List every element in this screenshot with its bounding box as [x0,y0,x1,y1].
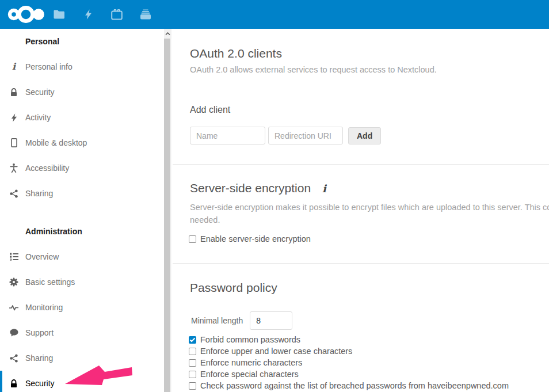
checkbox-unchecked[interactable] [189,235,196,243]
sidebar-item-activity[interactable]: Activity [0,105,173,130]
nextcloud-logo[interactable] [7,5,45,24]
sidebar-item-mobile-desktop[interactable]: Mobile & desktop [0,130,173,155]
gear-icon [9,277,18,287]
sidebar-item-security-personal[interactable]: Security [0,79,173,105]
add-client-label: Add client [190,105,230,115]
minimal-length-label: Minimal length [191,316,243,325]
add-client-button[interactable]: Add [348,127,381,144]
monitoring-icon [9,304,18,311]
activity-bolt-icon[interactable] [74,0,102,29]
checkbox-unchecked[interactable] [189,382,196,390]
sidebar-item-overview[interactable]: Overview [0,244,173,269]
list-icon [9,253,18,261]
enforce-upper-lower-checkbox[interactable]: Enforce upper and lower case characters [189,345,509,357]
password-policy-section: Password policy Minimal length Forbid co… [173,263,549,392]
client-name-input[interactable] [190,127,265,144]
sidebar-caption-personal: Personal [0,29,173,54]
checkbox-unchecked[interactable] [189,348,196,355]
sidebar-item-support[interactable]: Support [0,320,173,345]
checkmark-icon [189,337,196,342]
sidebar-item-monitoring[interactable]: Monitoring [0,295,173,320]
check-haveibeenpwned-checkbox[interactable]: Check password against the list of breac… [189,380,509,391]
oauth-section: OAuth 2.0 clients OAuth 2.0 allows exter… [173,29,549,164]
share-icon [9,354,18,363]
scrollbar-thumb[interactable] [164,39,170,392]
chat-icon [9,329,18,337]
password-policy-title: Password policy [190,281,277,295]
enforce-numeric-checkbox[interactable]: Enforce numeric characters [189,357,509,368]
sidebar-item-personal-info[interactable]: i Personal info [0,54,173,79]
sidebar-item-sharing-personal[interactable]: Sharing [0,181,173,206]
lock-icon [9,379,18,388]
files-folder-icon[interactable] [45,0,74,29]
chevron-up-icon [165,32,170,36]
encryption-section: Server-side encryptioni Server-side encr… [173,164,549,263]
accessibility-icon [9,163,18,173]
forbid-common-passwords-checkbox[interactable]: Forbid common passwords [189,334,509,345]
sidebar-item-sharing-admin[interactable]: Sharing [0,345,173,371]
nextcloud-settings-page: Personal i Personal info Security Activi… [0,0,549,392]
calendar-icon[interactable] [102,0,131,29]
sidebar-item-accessibility[interactable]: Accessibility [0,155,173,181]
checkbox-checked[interactable] [189,336,196,344]
encryption-title: Server-side encryptioni [190,181,326,195]
deck-icon[interactable] [131,0,160,29]
phone-icon [9,138,18,147]
encryption-description-line1: Server-side encryption makes it possible… [190,203,549,212]
redirection-uri-input[interactable] [268,127,343,144]
minimal-length-row: Minimal length [191,311,292,330]
enforce-special-checkbox[interactable]: Enforce special characters [189,368,509,380]
checkbox-unchecked[interactable] [189,359,196,367]
encryption-description-line2: needed. [190,215,549,224]
sidebar-caption-administration: Administration [0,219,173,244]
checkbox-unchecked[interactable] [189,371,196,378]
sidebar-item-security-admin[interactable]: Security [0,371,173,392]
info-icon: i [9,62,18,71]
sidebar-section-gap [0,206,173,219]
oauth-description: OAuth 2.0 allows external services to re… [190,65,437,74]
lock-icon [9,88,18,97]
password-policy-options: Forbid common passwords Enforce upper an… [189,334,509,391]
sidebar-item-basic-settings[interactable]: Basic settings [0,269,173,295]
oauth-title: OAuth 2.0 clients [190,47,282,60]
share-icon [9,189,18,198]
scrollbar-up-button[interactable] [164,29,171,39]
sidebar-scrollbar [164,29,171,392]
nextcloud-logo-icon [7,5,45,24]
settings-content: OAuth 2.0 clients OAuth 2.0 allows exter… [173,29,549,392]
top-header-bar [0,0,549,29]
minimal-length-input[interactable] [250,311,292,330]
enable-encryption-checkbox[interactable]: Enable server-side encryption [189,233,311,245]
settings-sidebar: Personal i Personal info Security Activi… [0,29,173,392]
bolt-icon [9,113,18,122]
info-icon[interactable]: i [322,182,326,195]
